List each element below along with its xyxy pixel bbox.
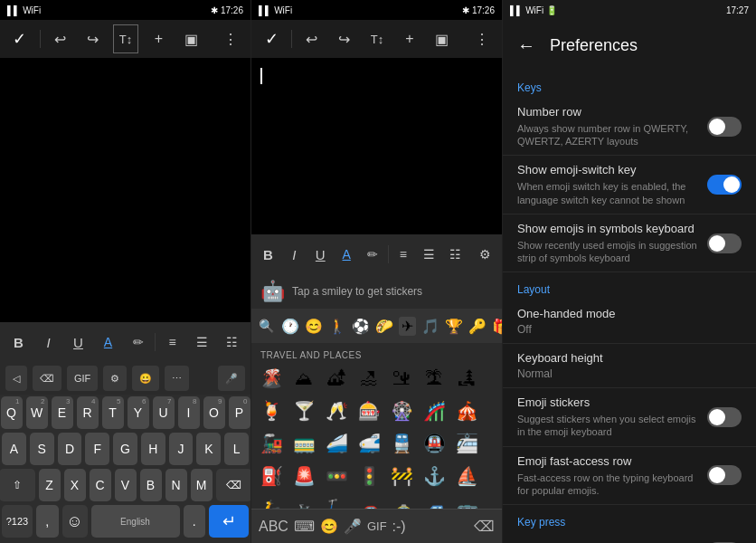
cat-clock[interactable]: 🕐 [281,318,299,335]
key-f[interactable]: F [85,433,109,465]
color-button-2[interactable]: A [335,241,358,268]
key-v[interactable]: V [115,469,137,501]
key-l[interactable]: L [224,433,249,465]
pref-item-emoji-switch[interactable]: Show emoji-switch key When emoji switch … [503,156,756,214]
pref-item-emoji-symbols[interactable]: Show emojis in symbols keyboard Show rec… [503,214,756,272]
delete-key-1[interactable]: ⌫ [33,366,61,391]
key-x[interactable]: X [64,469,86,501]
pref-item-keyboard-height[interactable]: Keyboard height Normal [503,344,756,388]
key-z[interactable]: Z [39,469,61,501]
emoji-cell[interactable]: 🌋 [255,362,288,395]
emoji-cell[interactable]: 🍹 [255,395,288,427]
emoji-cell[interactable]: 🚄 [320,427,353,460]
underline-button-2[interactable]: U [309,241,332,268]
cat-key[interactable]: 🔑 [468,318,487,335]
text-format-button-2[interactable]: T↕ [364,24,390,53]
undo-button-1[interactable]: ↩ [48,24,73,53]
emoji-cell[interactable]: 🥂 [320,395,353,427]
emoji-cell[interactable]: 🚧 [385,460,418,492]
key-sym[interactable]: ?123 [2,505,33,538]
gif-bottom-icon[interactable]: GIF [367,519,387,533]
key-emoji[interactable]: ☺ [62,505,88,538]
more-button-1[interactable]: ⋮ [218,24,243,53]
image-button-2[interactable]: ▣ [430,24,455,53]
cat-travel[interactable]: ✈ [399,317,416,336]
key-w[interactable]: 2W [26,396,48,429]
align-button-1[interactable]: ≡ [159,329,185,356]
emoji-cell[interactable]: 🏞 [450,362,483,395]
cat-gift[interactable]: 🎁 [492,318,503,335]
emoji-cell[interactable]: 🚕 [385,492,418,509]
key-y[interactable]: 6Y [128,396,149,429]
more-key-1[interactable]: ⋯ [165,366,189,391]
key-q[interactable]: 1Q [1,396,23,429]
key-enter[interactable]: ↵ [209,505,249,538]
pref-item-emoji-stickers[interactable]: Emoji stickers Suggest stickers when you… [503,388,756,446]
list2-button-1[interactable]: ☷ [219,329,245,356]
toggle-emoji-stickers[interactable] [707,407,742,427]
emoji-icon[interactable]: 😊 [320,518,338,535]
text-area-1[interactable] [0,58,250,322]
pref-item-one-handed[interactable]: One-handed mode Off [503,300,756,344]
check-button-2[interactable]: ✓ [259,24,284,53]
back-button[interactable]: ← [514,33,539,58]
emoji-cell[interactable]: 🚲 [288,492,320,509]
redo-button-2[interactable]: ↪ [332,24,357,53]
pref-item-sound[interactable]: Sound on keypress [503,532,756,543]
key-p[interactable]: 0P [229,396,250,429]
abc-button[interactable]: ABC [259,519,288,535]
emoji-cell[interactable]: 🏖 [353,362,385,395]
cat-food[interactable]: 🌮 [375,318,393,335]
emoji-cell[interactable]: 🎡 [385,395,418,427]
key-n[interactable]: N [165,469,187,501]
underline-button-1[interactable]: U [65,329,91,356]
cat-trophy[interactable]: 🏆 [445,318,463,335]
emoji-cell[interactable]: 🛵 [255,492,288,509]
key-space[interactable]: English [91,505,180,538]
key-e[interactable]: 3E [52,396,73,429]
emoji-cell[interactable]: ⛽ [255,460,288,492]
emoji-cell[interactable]: 🚥 [320,460,353,492]
key-u[interactable]: 7U [153,396,175,429]
text-format-button-1[interactable]: T↕ [113,24,139,53]
emoji-cell[interactable]: ⛰ [288,362,320,395]
emoji-cell[interactable]: 🚆 [385,427,418,460]
keyboard-icon[interactable]: ⌨ [294,518,315,535]
align-button-2[interactable]: ≡ [392,241,414,268]
gif-key-1[interactable]: GIF [67,366,98,391]
emoji-cell[interactable]: ⛵ [450,460,483,492]
emoji-cell[interactable]: 🚗 [353,492,385,509]
mic-icon[interactable]: 🎤 [344,518,362,535]
emoji-cell[interactable]: 🏝 [418,362,450,395]
emoticon-icon[interactable]: :-) [392,519,406,535]
key-a[interactable]: A [2,433,26,465]
key-r[interactable]: 4R [77,396,99,429]
key-g[interactable]: G [113,433,137,465]
stickers-key-1[interactable]: 😀 [132,366,159,391]
add-button-1[interactable]: + [146,24,171,53]
settings-key-1[interactable]: ⚙ [103,366,127,391]
emoji-cell[interactable]: ⚓ [418,460,450,492]
emoji-settings-button[interactable]: ⚙ [474,241,496,268]
key-m[interactable]: M [191,469,213,501]
emoji-cell[interactable]: 🚌 [450,492,483,509]
highlight-button-2[interactable]: ✏ [362,241,384,268]
key-o[interactable]: 9O [203,396,225,429]
emoji-cell[interactable]: 🎢 [418,395,450,427]
italic-button-1[interactable]: I [35,329,61,356]
toggle-emoji-symbols[interactable] [707,233,742,253]
key-t[interactable]: 5T [102,396,124,429]
list1-button-2[interactable]: ☰ [418,241,440,268]
more-button-2[interactable]: ⋮ [469,24,495,53]
cat-smiley[interactable]: 😊 [305,318,323,335]
emoji-cell[interactable]: 🚈 [450,427,483,460]
highlight-button-1[interactable]: ✏ [125,329,151,356]
emoji-cell[interactable]: 🚇 [418,427,450,460]
pref-item-number-row[interactable]: Number row Always show number row in QWE… [503,98,756,156]
emoji-cell[interactable]: 🚃 [288,427,320,460]
text-area-2[interactable] [251,58,502,234]
emoji-cell[interactable]: 🎪 [450,395,483,427]
emoji-cell[interactable]: 🚦 [353,460,385,492]
italic-button-2[interactable]: I [283,241,306,268]
key-c[interactable]: C [90,469,111,501]
